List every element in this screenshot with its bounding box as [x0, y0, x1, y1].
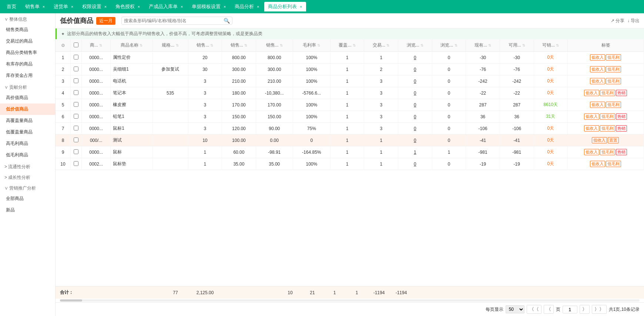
sidebar-item-stock-goods[interactable]: 有库存的商品 — [0, 58, 55, 70]
close-icon[interactable]: × — [181, 4, 183, 9]
nav-template[interactable]: 单据模板设置 × — [188, 2, 229, 11]
close-icon[interactable]: × — [43, 4, 45, 9]
cell-checkbox[interactable] — [71, 146, 82, 158]
col-sales-qty[interactable]: 销售... ⇅ — [188, 39, 222, 52]
sidebar-item-new-goods[interactable]: 新品 — [0, 204, 55, 216]
cell-browse1[interactable]: 0 — [398, 64, 432, 75]
row-checkbox[interactable] — [74, 161, 78, 166]
sidebar-item-high-margin[interactable]: 高毛利商品 — [0, 138, 55, 149]
nav-sales[interactable]: 销售单 × — [21, 2, 48, 11]
cell-saleable: 0天 — [534, 123, 568, 135]
horizontal-scrollbar[interactable] — [60, 299, 640, 302]
cell-sales-qty: 3 — [188, 75, 222, 87]
row-checkbox[interactable] — [74, 102, 78, 107]
close-icon[interactable]: × — [138, 4, 140, 9]
sidebar-item-capital-occupation[interactable]: 库存资金占用 — [0, 70, 55, 81]
col-browse1[interactable]: 浏览... ⇅ — [398, 39, 432, 52]
cell-browse1[interactable]: 0 — [398, 111, 432, 123]
cell-checkbox[interactable] — [71, 135, 82, 146]
per-page-select[interactable]: 50 100 — [506, 305, 524, 313]
sidebar-item-low-coverage[interactable]: 低覆盖量商品 — [0, 126, 55, 138]
close-icon[interactable]: × — [300, 4, 302, 9]
cell-code: 0002... — [82, 158, 111, 170]
row-checkbox[interactable] — [74, 137, 78, 142]
close-icon[interactable]: × — [257, 4, 259, 9]
sidebar-item-high-value[interactable]: 高价值商品 — [0, 92, 55, 103]
nav-permissions[interactable]: 权限设置 × — [78, 2, 110, 11]
sidebar-item-low-value[interactable]: 低价值商品 — [0, 103, 55, 115]
sidebar-item-low-margin[interactable]: 低毛利商品 — [0, 149, 55, 161]
last-page-button[interactable]: 〉〉 — [592, 305, 607, 314]
sidebar-item-sales-goods[interactable]: 销售类商品 — [0, 24, 55, 35]
cell-checkbox[interactable] — [71, 52, 82, 64]
search-icon[interactable]: 🔍 — [224, 18, 230, 24]
col-saleable[interactable]: 可销... ⇅ — [534, 39, 568, 52]
row-checkbox[interactable] — [74, 126, 78, 130]
select-all-checkbox[interactable] — [74, 43, 78, 47]
cell-checkbox[interactable] — [71, 75, 82, 87]
cell-checkbox[interactable] — [71, 64, 82, 75]
sidebar-item-category-sales[interactable]: 商品分类销售率 — [0, 47, 55, 58]
next-page-button[interactable]: 〉 — [580, 305, 590, 314]
cell-browse1[interactable]: 0 — [398, 52, 432, 64]
col-sales-val[interactable]: 销售... ⇅ — [256, 39, 293, 52]
col-trade[interactable]: 交易... ⇅ — [364, 39, 398, 52]
cell-browse1[interactable]: 0 — [398, 87, 432, 99]
col-stock-now[interactable]: 现有... ⇅ — [466, 39, 500, 52]
first-page-button[interactable]: 〈〈 — [527, 305, 541, 314]
nav-purchase[interactable]: 进货单 × — [50, 2, 77, 11]
row-checkbox[interactable] — [74, 67, 78, 71]
cell-saleable: 0天 — [534, 135, 568, 146]
close-icon[interactable]: × — [224, 4, 226, 9]
gear-icon[interactable]: ⚙ — [61, 43, 65, 48]
cell-browse1[interactable]: 1 — [398, 146, 432, 158]
nav-product-analysis-list[interactable]: 商品分析列表 × — [264, 2, 306, 11]
col-name[interactable]: 商品名称 ⇅ — [111, 39, 153, 52]
sidebar-item-traded-goods[interactable]: 交易过的商品 — [0, 35, 55, 47]
row-checkbox[interactable] — [74, 114, 78, 119]
cell-browse1[interactable]: 0 — [398, 75, 432, 87]
cell-checkbox[interactable] — [71, 123, 82, 135]
col-code[interactable]: 商... ⇅ — [82, 39, 111, 52]
col-spec[interactable]: 规格... ⇅ — [152, 39, 188, 52]
close-icon[interactable]: × — [104, 4, 107, 9]
cell-checkbox[interactable] — [71, 158, 82, 170]
row-checkbox[interactable] — [74, 78, 78, 83]
nav-product-analysis[interactable]: 商品分析 × — [231, 2, 263, 11]
cell-checkbox[interactable] — [71, 111, 82, 123]
nav-roles[interactable]: 角色授权 × — [112, 2, 144, 11]
row-checkbox[interactable] — [74, 55, 78, 60]
page-input[interactable] — [563, 306, 577, 313]
cell-name: 笔记本 — [111, 87, 153, 99]
row-checkbox[interactable] — [74, 149, 78, 154]
col-gross-rate[interactable]: 毛利率 ⇅ — [293, 39, 330, 52]
export-button[interactable]: ↓ 导出 — [627, 18, 640, 24]
sidebar-item-high-coverage[interactable]: 高覆盖量商品 — [0, 115, 55, 126]
cell-browse1[interactable]: 0 — [398, 158, 432, 170]
cell-gross-rate: 100% — [293, 52, 330, 64]
sidebar-group-liquidity[interactable]: > 流通性分析 — [0, 161, 55, 171]
sidebar-group-growth[interactable]: > 成长性分析 — [0, 171, 55, 182]
nav-product-instock[interactable]: 产成品入库单 × — [145, 2, 187, 11]
share-button[interactable]: ↗ 分享 — [611, 18, 624, 24]
col-coverage[interactable]: 覆盖... ⇅ — [330, 39, 364, 52]
col-available[interactable]: 可用... ⇅ — [500, 39, 534, 52]
cell-browse1[interactable]: 0 — [398, 99, 432, 111]
cell-checkbox[interactable] — [71, 87, 82, 99]
cell-browse2: 0 — [432, 64, 466, 75]
cell-browse1[interactable]: 0 — [398, 123, 432, 135]
cell-browse1[interactable]: 0 — [398, 135, 432, 146]
period-button[interactable]: 近一月 — [96, 17, 115, 25]
col-settings[interactable]: ⚙ — [56, 39, 71, 52]
sidebar-item-all-goods[interactable]: 全部商品 — [0, 193, 55, 204]
col-browse2[interactable]: 浏览... ⇅ — [432, 39, 466, 52]
scrollbar-thumb[interactable] — [60, 299, 82, 302]
nav-home[interactable]: 首页 — [3, 2, 20, 11]
tag: 低收入 — [584, 90, 599, 96]
prev-page-button[interactable]: 〈 — [544, 305, 554, 314]
cell-checkbox[interactable] — [71, 99, 82, 111]
col-sales-amt[interactable]: 销售... ⇅ — [222, 39, 256, 52]
row-checkbox[interactable] — [74, 90, 78, 95]
search-input[interactable] — [124, 18, 224, 23]
close-icon[interactable]: × — [71, 4, 73, 9]
